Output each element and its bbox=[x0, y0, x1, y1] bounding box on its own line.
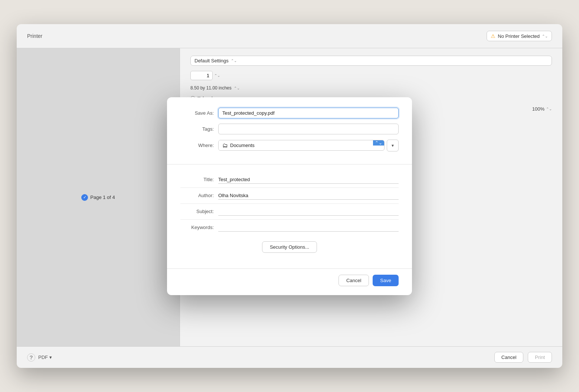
where-label: Where: bbox=[180, 143, 214, 148]
save-dialog-footer: Cancel Save bbox=[167, 268, 412, 286]
save-as-input[interactable] bbox=[218, 108, 399, 118]
author-input[interactable] bbox=[218, 192, 399, 200]
title-row: Title: bbox=[180, 172, 399, 188]
save-dialog: Save As: Tags: Where: 🗂 Documents ⌃⌄ ▾ bbox=[167, 97, 412, 295]
section-divider bbox=[167, 164, 412, 164]
keywords-row: Keywords: bbox=[180, 220, 399, 235]
metadata-section: Title: Author: Subject: Keywords: Securi… bbox=[167, 172, 412, 262]
cancel-button[interactable]: Cancel bbox=[338, 275, 369, 286]
where-selector[interactable]: 🗂 Documents ⌃⌄ bbox=[218, 140, 385, 151]
save-as-section: Save As: Tags: Where: 🗂 Documents ⌃⌄ ▾ bbox=[167, 108, 412, 164]
tags-label: Tags: bbox=[180, 126, 214, 132]
author-label: Author: bbox=[180, 193, 214, 198]
tags-row: Tags: bbox=[180, 124, 399, 134]
security-options-button[interactable]: Security Options... bbox=[262, 241, 317, 253]
save-button[interactable]: Save bbox=[373, 275, 399, 286]
save-as-label: Save As: bbox=[180, 110, 214, 116]
subject-row: Subject: bbox=[180, 204, 399, 220]
where-folder[interactable]: 🗂 Documents bbox=[219, 140, 373, 150]
keywords-input[interactable] bbox=[218, 223, 399, 232]
title-input[interactable] bbox=[218, 176, 399, 184]
title-label: Title: bbox=[180, 177, 214, 182]
author-row: Author: bbox=[180, 188, 399, 204]
where-row: Where: 🗂 Documents ⌃⌄ ▾ bbox=[180, 140, 399, 151]
where-value: Documents bbox=[230, 143, 255, 148]
tags-input[interactable] bbox=[218, 124, 399, 134]
keywords-label: Keywords: bbox=[180, 225, 214, 230]
modal-overlay: Save As: Tags: Where: 🗂 Documents ⌃⌄ ▾ bbox=[0, 0, 579, 392]
where-arrows-icon[interactable]: ⌃⌄ bbox=[373, 140, 384, 146]
subject-input[interactable] bbox=[218, 208, 399, 216]
where-expand-button[interactable]: ▾ bbox=[387, 140, 399, 151]
save-as-row: Save As: bbox=[180, 108, 399, 118]
subject-label: Subject: bbox=[180, 209, 214, 214]
folder-icon: 🗂 bbox=[222, 142, 228, 148]
